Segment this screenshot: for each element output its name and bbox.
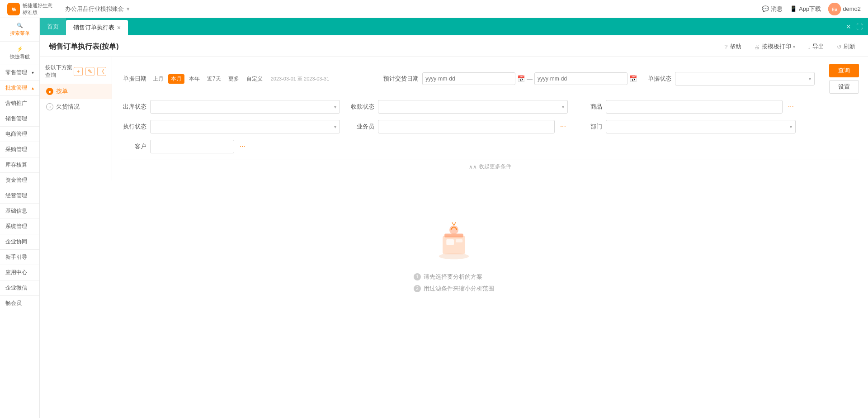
svg-rect-7 (446, 239, 454, 245)
sidebar-item-marketing[interactable]: 营销推广 (0, 96, 39, 111)
sidebar-item-apps[interactable]: 应用中心 (0, 265, 39, 280)
tab-bar-actions: × ⛶ (840, 18, 868, 35)
date-tab-7days[interactable]: 近7天 (204, 74, 224, 84)
app-download-btn[interactable]: 📱 App下载 (790, 5, 821, 13)
scheme-normal-icon: ○ (46, 103, 53, 110)
doc-status-label: 单据状态 (646, 75, 671, 83)
edit-scheme-btn[interactable]: ✎ (85, 67, 94, 76)
collapse-btn[interactable]: ∧∧ 收起更多条件 (121, 160, 859, 173)
header-right: 💬 消息 📱 App下载 Ea demo2 (762, 3, 861, 15)
sidebar-item-inventory[interactable]: 库存核算 (0, 157, 39, 173)
dept-select[interactable]: 全部 (606, 120, 796, 133)
tab-close-icon[interactable]: × (117, 24, 121, 31)
product-label: 商品 (577, 103, 602, 111)
tab-minimize-icon[interactable]: × (846, 22, 851, 32)
sidebar-item-ecommerce[interactable]: 电商管理 (0, 127, 39, 142)
empty-illustration (431, 217, 476, 262)
page-content: 销售订单执行表(按单) ? 帮助 🖨 按模板打印 ▾ ↓ 导出 (40, 35, 868, 418)
help-btn[interactable]: ? 帮助 (721, 41, 745, 52)
product-dots-btn[interactable]: ··· (786, 103, 796, 111)
settings-button[interactable]: 设置 (829, 80, 859, 94)
sidebar-item-membership[interactable]: 畅会员 (0, 296, 39, 311)
sidebar-item-retail[interactable]: 零售管理 ▾ (0, 65, 39, 81)
header-left: 畅 畅捷通好生意 标准版 办公用品行业模拟账套 ▾ (7, 2, 130, 15)
query-button[interactable]: 查询 (829, 64, 859, 77)
customer-input[interactable] (150, 140, 234, 153)
field-doc-status: 单据状态 全部 ▾ (646, 72, 815, 86)
sidebar-item-basic[interactable]: 基础信息 (0, 204, 39, 219)
breadcrumb: 办公用品行业模拟账套 ▾ (65, 5, 130, 13)
receipt-status-label: 收款状态 (349, 103, 374, 111)
top-header: 畅 畅捷通好生意 标准版 办公用品行业模拟账套 ▾ 💬 消息 📱 App下载 E… (0, 0, 868, 18)
download-icon: 📱 (790, 5, 797, 12)
refresh-btn[interactable]: ↺ 刷新 (833, 41, 859, 52)
user-area[interactable]: Ea demo2 (828, 3, 861, 15)
filter-row-4: 客户 ··· (121, 140, 859, 153)
date-tab-custom[interactable]: 自定义 (244, 74, 265, 84)
retail-arrow: ▾ (32, 70, 34, 75)
field-date: 单据日期 上月 本月 本年 近7天 更多 自定义 2023-03-01 至 20… (121, 74, 374, 84)
add-scheme-btn[interactable]: + (74, 67, 83, 76)
cal-icon-end[interactable]: 📅 (629, 75, 637, 82)
sidebar-item-system[interactable]: 系统管理 (0, 219, 39, 234)
tab-sales-order[interactable]: 销售订单执行表 × (66, 20, 128, 35)
message-icon: 💬 (762, 5, 769, 12)
date-tab-lastmonth[interactable]: 上月 (150, 74, 166, 84)
sidebar-item-guide[interactable]: 新手引导 (0, 250, 39, 265)
out-status-select[interactable]: 全部 (150, 100, 340, 114)
sidebar-item-shortcut[interactable]: ⚡ 快捷导航 (0, 42, 39, 65)
sidebar-item-wechat[interactable]: 企业微信 (0, 280, 39, 296)
empty-tips: 1 请先选择要分析的方案 2 用过滤条件来缩小分析范围 (414, 271, 494, 294)
exec-status-select[interactable]: 全部 (150, 120, 340, 133)
salesperson-dots-btn[interactable]: ··· (558, 123, 568, 131)
date-tab-thismonth[interactable]: 本月 (168, 74, 184, 84)
print-arrow-icon: ▾ (793, 44, 795, 49)
message-btn[interactable]: 💬 消息 (762, 5, 783, 13)
print-btn[interactable]: 🖨 按模板打印 ▾ (750, 41, 799, 52)
sidebar-item-enterprise[interactable]: 企业协同 (0, 234, 39, 250)
sidebar-item-wholesale[interactable]: 批发管理 ▴ (0, 81, 39, 96)
sidebar-item-sales[interactable]: 销售管理 (0, 111, 39, 127)
export-icon: ↓ (808, 43, 811, 50)
cal-icon-start[interactable]: 📅 (517, 75, 525, 82)
receipt-status-select[interactable]: 全部 (378, 100, 568, 114)
page-actions: ? 帮助 🖨 按模板打印 ▾ ↓ 导出 ↺ 刷新 (721, 41, 859, 52)
expected-date-inputs: 📅 — 📅 (422, 72, 637, 85)
svg-rect-8 (456, 239, 462, 242)
export-btn[interactable]: ↓ 导出 (804, 41, 828, 52)
expected-date-start[interactable] (422, 72, 515, 85)
breadcrumb-arrow[interactable]: ▾ (127, 5, 130, 12)
filter-row-1: 单据日期 上月 本月 本年 近7天 更多 自定义 2023-03-01 至 20… (121, 64, 859, 94)
svg-line-11 (454, 223, 456, 226)
sidebar-item-operation[interactable]: 经营管理 (0, 188, 39, 204)
date-tab-thisyear[interactable]: 本年 (186, 74, 203, 84)
salesperson-input[interactable] (378, 120, 555, 133)
doc-status-select[interactable]: 全部 (675, 72, 815, 86)
avatar: Ea (828, 3, 841, 15)
search-icon: 🔍 (17, 23, 23, 28)
tab-home[interactable]: 首页 (40, 18, 66, 35)
sidebar-item-search[interactable]: 🔍 搜索菜单 (0, 18, 39, 42)
filter-row-3: 执行状态 全部 ▾ 业务员 (121, 120, 859, 133)
scheme-item-shortage[interactable]: ○ 欠货情况 (40, 99, 112, 114)
customer-dots-btn[interactable]: ··· (238, 142, 247, 151)
main-layout: 🔍 搜索菜单 ⚡ 快捷导航 零售管理 ▾ 批发管理 ▴ 营销推广 销售管理 电商… (0, 18, 868, 418)
date-tab-more[interactable]: 更多 (226, 74, 242, 84)
sidebar-item-purchase[interactable]: 采购管理 (0, 142, 39, 157)
expected-date-end[interactable] (534, 72, 627, 85)
svg-rect-5 (443, 236, 465, 255)
sidebar-item-finance[interactable]: 资金管理 (0, 173, 39, 188)
date-label: 单据日期 (121, 75, 146, 83)
tab-bar: 首页 销售订单执行表 × × ⛶ (40, 18, 868, 35)
help-icon: ? (724, 43, 727, 50)
wholesale-arrow: ▴ (32, 86, 34, 90)
scheme-item-bandan[interactable]: ● 按单 (40, 84, 112, 99)
tab-maximize-icon[interactable]: ⛶ (856, 23, 863, 30)
filter-sidebar-header: 按以下方案查询 + ✎ 《 (40, 64, 112, 84)
empty-state: 1 请先选择要分析的方案 2 用过滤条件来缩小分析范围 (40, 180, 868, 331)
doc-status-select-wrap: 全部 ▾ (675, 72, 815, 86)
product-input[interactable] (606, 100, 783, 114)
page-header: 销售订单执行表(按单) ? 帮助 🖨 按模板打印 ▾ ↓ 导出 (40, 35, 868, 57)
filter-sidebar-icons: + ✎ 《 (74, 67, 106, 76)
collapse-sidebar-btn[interactable]: 《 (97, 67, 106, 76)
